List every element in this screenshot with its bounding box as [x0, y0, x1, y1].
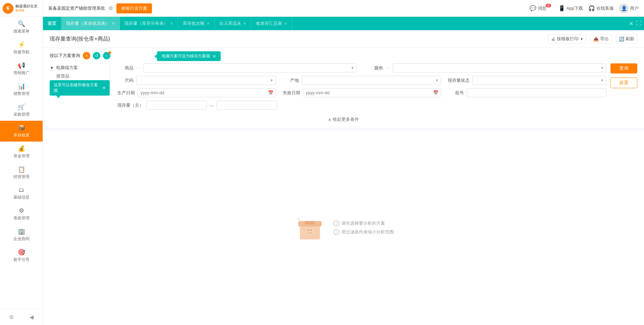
filter-field-inventory-status: 现存量状态 ▼ — [448, 76, 606, 85]
sidebar-item-sales[interactable]: 📊 销售管理 — [0, 79, 43, 100]
template-print-btn[interactable]: 🖨 按模板打印 ▼ — [548, 34, 586, 44]
page: 现存量查询(按仓库+商品) 🖨 按模板打印 ▼ 📤 导出 🔄 刷新 — [43, 30, 644, 325]
scheme-tooltip: 电脑方案可设为移动方案哦 ✕ — [157, 51, 221, 61]
sidebar-item-purchase[interactable]: 🛒 采购管理 — [0, 100, 43, 121]
svg-text:✦: ✦ — [297, 217, 300, 221]
production-date-label: 生产日期 — [117, 90, 135, 96]
scheme-tooltip-close[interactable]: ✕ — [213, 54, 216, 59]
tab-inventory-status[interactable]: 现存量（库存状况表） ✕ — [61, 17, 120, 30]
sidebar-item-inventory[interactable]: 📦 库存核算 — [0, 121, 43, 142]
filter-field-product: 商品 ··· ▼ — [117, 63, 357, 72]
filter-field-size: 尺码 ▼ — [117, 76, 276, 85]
edit-tooltip-close[interactable]: ✕ — [102, 86, 106, 90]
topbar-left: 装备及固定资产辅助管理系统 ⚙ 体验行业方案 — [48, 3, 152, 13]
size-label: 尺码 — [117, 77, 133, 84]
sidebar-item-search[interactable]: 🔍 搜索菜单 — [0, 17, 43, 38]
cycle-scheme-btn[interactable]: ↺ — [93, 52, 100, 59]
tabs-expand-icon[interactable]: ⛶ — [636, 20, 641, 26]
arrow-scheme-btn[interactable]: ← — [103, 52, 110, 59]
settings-bottom-icon[interactable]: ⚙ — [8, 313, 15, 322]
page-header-right: 🖨 按模板打印 ▼ 📤 导出 🔄 刷新 — [548, 34, 637, 48]
query-btn[interactable]: 查询 — [610, 63, 637, 73]
tab-close-in-out-flow[interactable]: ✕ — [243, 21, 246, 26]
printer-icon: 🖨 — [551, 37, 555, 42]
tab-inventory-dist[interactable]: 现存量（库存分布表） ✕ — [120, 17, 178, 30]
user-item[interactable]: 👤 用户 — [619, 4, 639, 13]
basic-icon: 🗂 — [18, 186, 24, 194]
tab-home[interactable]: 首页 — [43, 17, 61, 30]
notification-item[interactable]: 💬 消息 6 — [530, 5, 553, 11]
tab-close-batch-account[interactable]: ✕ — [207, 21, 210, 26]
expiry-date-calendar-icon[interactable]: 📅 — [433, 90, 438, 95]
color-dots[interactable]: ··· — [386, 65, 390, 71]
sidebar-item-basic[interactable]: 🗂 基础信息 — [0, 183, 43, 204]
filter-fields: 商品 ··· ▼ 颜色 ··· — [117, 63, 606, 112]
logo-text: 畅捷通好生意 标准版 — [15, 4, 38, 13]
phone-icon: 📱 — [558, 5, 565, 11]
origin-select-wrap: ▼ — [302, 76, 441, 85]
tab-batch-account[interactable]: 库存批次账 ✕ — [178, 17, 215, 30]
tab-close-inventory-status[interactable]: ✕ — [112, 21, 115, 26]
tab-close-inventory-dist[interactable]: ✕ — [170, 21, 173, 26]
sidebar-item-marketing[interactable]: 📢 营销推广 — [0, 58, 43, 79]
settings-btn[interactable]: 设置 — [610, 77, 637, 88]
sidebar-item-guide[interactable]: 🎯 新手引导 — [0, 245, 43, 266]
empty-illustration: ✦ ✦ — [293, 211, 327, 245]
sidebar-item-enterprise[interactable]: 🏢 企业协同 — [0, 224, 43, 245]
production-date-calendar-icon[interactable]: 📅 — [268, 90, 273, 95]
sidebar-item-system[interactable]: ⚙ 系统管理 — [0, 204, 43, 224]
sidebar-item-finance[interactable]: 💰 资金管理 — [0, 142, 43, 162]
origin-select[interactable] — [302, 76, 441, 85]
refresh-btn[interactable]: 🔄 刷新 — [616, 34, 637, 44]
batch-no-input[interactable] — [467, 88, 606, 97]
topbar-gear-icon[interactable]: ⚙ — [108, 5, 113, 11]
sidebar-item-quick-nav[interactable]: ⚡ 快捷导航 — [0, 38, 43, 58]
headset-icon: 🎧 — [588, 5, 595, 11]
collapse-sidebar-icon[interactable]: ◀ — [28, 313, 35, 322]
tab-collect-summary[interactable]: 收发存汇总表 ✕ — [251, 17, 292, 30]
tabs-close-all-icon[interactable]: ✕ — [629, 20, 633, 27]
app-download-item[interactable]: 📱 App下载 — [558, 5, 583, 11]
empty-svg: ✦ ✦ — [293, 211, 327, 245]
filter-row1: 商品 ··· ▼ 颜色 ··· — [117, 63, 606, 72]
inventory-qty-to[interactable] — [217, 101, 277, 110]
experience-btn[interactable]: 体验行业方案 — [116, 3, 152, 13]
size-select[interactable] — [136, 76, 276, 85]
guide-icon: 🎯 — [18, 249, 25, 256]
export-btn[interactable]: 📤 导出 — [590, 34, 612, 44]
inventory-status-select-wrap: ▼ — [472, 76, 606, 85]
color-label: 颜色 — [367, 65, 383, 71]
svg-point-5 — [311, 229, 312, 231]
inventory-qty-from[interactable] — [146, 101, 207, 110]
empty-step2: 2 用过滤条件来缩小分析范围 — [333, 228, 394, 236]
scheme-pc-item[interactable]: ▼ 电脑端方案 — [50, 63, 106, 72]
tooltip-arrow — [56, 96, 60, 98]
collapse-btn[interactable]: ∧ 收起更多条件 — [328, 116, 359, 122]
search-icon: 🔍 — [18, 20, 25, 28]
empty-step1: 1 请先选择要分析的方案 — [333, 219, 394, 228]
tab-in-out-flow[interactable]: 出入库流水 ✕ — [215, 17, 251, 30]
marketing-icon: 📢 — [18, 62, 25, 69]
online-support-item[interactable]: 🎧 在线客服 — [588, 5, 614, 11]
expiry-date-input[interactable] — [303, 88, 441, 97]
step1-circle: 1 — [333, 220, 339, 226]
sidebar-bottom: ⚙ ◀ — [0, 309, 43, 325]
edit-tooltip-container: 这里可以创建和修改方案哦 ✕ — [50, 80, 110, 96]
add-scheme-btn[interactable]: + — [83, 52, 90, 59]
product-dots[interactable]: ··· — [136, 65, 141, 71]
production-date-input[interactable] — [138, 88, 276, 97]
step2-circle: 2 — [333, 229, 339, 235]
sidebar-item-operation[interactable]: 📋 经营管理 — [0, 162, 43, 183]
system-icon: ⚙ — [19, 207, 24, 214]
tabs-right-controls: ✕ ⛶ — [629, 20, 644, 27]
logo-icon: 6 — [3, 3, 13, 14]
product-select[interactable] — [143, 63, 357, 72]
inventory-icon: 📦 — [18, 124, 25, 131]
filter-row2: 尺码 ▼ 产地 ▼ — [117, 76, 606, 85]
inventory-status-select[interactable] — [472, 76, 606, 85]
scheme-pc-child1[interactable]: 按货品 — [50, 72, 106, 80]
filter-actions: ∧ 收起更多条件 — [50, 112, 637, 124]
empty-state: ✦ ✦ 1 请先选择要分析的方案 2 用过滤条件来缩小分析范围 — [43, 130, 644, 325]
color-select[interactable] — [393, 63, 606, 72]
tab-close-collect-summary[interactable]: ✕ — [284, 21, 287, 26]
